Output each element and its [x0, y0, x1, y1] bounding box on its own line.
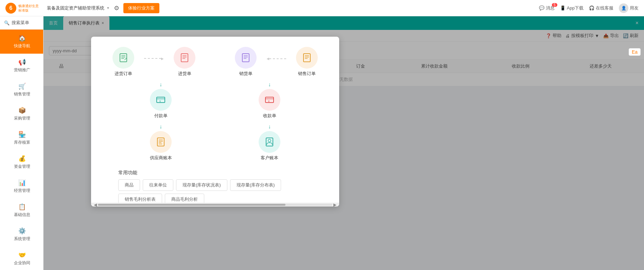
- sidebar-item-finance[interactable]: 💰 资金管理: [0, 150, 43, 174]
- customer-ledger-col: ↓: [251, 122, 288, 161]
- purchase-icon: 📦: [18, 107, 26, 114]
- func-buttons-row1: 商品 往来单位 现存量(库存状况表) 现存量(库存分布表) 销售毛利分析表 商品…: [118, 179, 312, 203]
- circle-payment-bill[interactable]: ￥: [150, 89, 172, 111]
- content-area: 首页 销售订单执行表 × × ❓ 帮助 🖨 按模板打印: [43, 16, 644, 270]
- message-button[interactable]: 💬 消息 5: [539, 5, 555, 11]
- sidebar-item-sales[interactable]: 🛒 销售管理: [0, 78, 43, 102]
- receipt-col: ↓ ￥: [251, 80, 288, 119]
- node-sales-order[interactable]: 销售订单: [288, 47, 326, 77]
- circle-purchase-bill[interactable]: [174, 47, 195, 69]
- circle-sales-order[interactable]: [296, 47, 318, 69]
- dropdown-arrow-icon[interactable]: ▼: [106, 6, 110, 10]
- func-btn-product-profit-analysis[interactable]: 商品毛利分析: [165, 194, 204, 203]
- func-btn-partners[interactable]: 往来单位: [143, 179, 173, 191]
- settings-icon[interactable]: ⚙: [114, 4, 119, 12]
- supplier-ledger-col: ↓: [142, 122, 179, 161]
- svg-rect-22: [157, 138, 164, 146]
- message-badge: 5: [552, 3, 557, 7]
- home-icon: 🏠: [18, 34, 26, 42]
- corner-text: Ea: [629, 48, 641, 56]
- svg-rect-8: [242, 54, 249, 62]
- search-menu-item[interactable]: 🔍 搜索菜单: [0, 16, 43, 30]
- system-icon: ⚙️: [18, 227, 26, 235]
- finance-icon: 💰: [18, 155, 26, 162]
- circle-receipt-bill[interactable]: ￥: [259, 89, 280, 111]
- flow-row-1: 进货订单 ▶: [105, 47, 326, 77]
- marketing-icon: 📢: [18, 58, 26, 66]
- svg-text:￥: ￥: [159, 100, 161, 103]
- inventory-icon: 🏪: [18, 131, 26, 138]
- down-arrow-payment: ↓: [159, 82, 162, 88]
- func-btn-sales-profit-analysis[interactable]: 销售毛利分析表: [118, 194, 162, 203]
- sidebar-item-marketing[interactable]: 📢 营销推广: [0, 54, 43, 78]
- circle-sales-bill[interactable]: [235, 47, 257, 69]
- phone-icon: 📱: [560, 5, 565, 11]
- modal-scrollbar[interactable]: ◀ ▶: [91, 203, 339, 206]
- sidebar-item-operations[interactable]: 📊 经营管理: [0, 174, 43, 198]
- scrollbar-track[interactable]: [98, 204, 332, 206]
- func-btn-stock-status[interactable]: 现存量(库存状况表): [176, 179, 227, 191]
- func-btn-product[interactable]: 商品: [118, 179, 140, 191]
- payment-col: ↓ ￥: [142, 80, 179, 119]
- search-icon: 🔍: [4, 20, 10, 25]
- flow-diagram: 进货订单 ▶: [105, 47, 326, 164]
- svg-text:￥: ￥: [267, 100, 270, 103]
- message-icon: 💬: [539, 5, 544, 11]
- common-functions: 常用功能 商品 往来单位 现存量(库存状况表) 现存量(库存分布表) 销售毛利分…: [105, 164, 326, 203]
- sidebar-item-enterprise[interactable]: 🤝 企业协同: [0, 247, 43, 270]
- flow-row-2: ↓ ￥: [105, 80, 326, 119]
- logo-text: 畅康通好生意 标准版: [18, 4, 39, 13]
- sidebar-item-system[interactable]: ⚙️ 系统管理: [0, 222, 43, 247]
- basic-info-icon: 📋: [18, 203, 26, 211]
- flow-row-3: ↓: [105, 122, 326, 161]
- system-title: 装备及固定资产辅助管理系统 ▼: [47, 5, 110, 11]
- scroll-right-icon[interactable]: ▶: [333, 202, 336, 206]
- arrow-purchase-order-to-purchase-bill: ▶: [142, 57, 166, 60]
- trial-button[interactable]: 体验行业方案: [123, 3, 159, 13]
- svg-rect-4: [181, 54, 188, 62]
- modal-box: 进货订单 ▶: [91, 37, 339, 206]
- sidebar-item-purchase[interactable]: 📦 采购管理: [0, 102, 43, 126]
- circle-supplier-ledger[interactable]: [150, 131, 172, 153]
- scroll-left-icon[interactable]: ◀: [94, 202, 97, 206]
- node-payment-bill[interactable]: ￥ 付款单: [142, 89, 179, 119]
- node-receipt-bill[interactable]: ￥ 收款单: [251, 89, 288, 119]
- svg-rect-0: [120, 54, 127, 62]
- circle-customer-ledger[interactable]: [259, 131, 280, 153]
- logo-icon: 6: [5, 3, 16, 14]
- scrollbar-thumb[interactable]: [98, 204, 285, 206]
- down-arrow-receipt: ↓: [268, 82, 271, 88]
- arrow-sales-order-to-sales-bill: ▶: [264, 57, 288, 60]
- logo: 6 畅康通好生意 标准版: [5, 3, 43, 14]
- top-right-area: 💬 消息 5 📱 App下载 🎧 在线客服 👤 用友: [539, 3, 639, 13]
- node-purchase-order[interactable]: 进货订单: [105, 47, 142, 77]
- sales-icon: 🛒: [18, 83, 26, 90]
- node-purchase-bill[interactable]: 进货单: [166, 47, 203, 77]
- common-title: 常用功能: [118, 170, 312, 176]
- svg-rect-12: [303, 54, 310, 62]
- modal-content: 进货订单 ▶: [91, 37, 339, 203]
- app-download-button[interactable]: 📱 App下载: [560, 5, 584, 11]
- modal-overlay[interactable]: 进货订单 ▶: [43, 16, 644, 270]
- enterprise-icon: 🤝: [18, 251, 26, 259]
- func-btn-stock-dist[interactable]: 现存量(库存分布表): [230, 179, 281, 191]
- down-arrow-customer: ↓: [268, 124, 271, 130]
- user-avatar[interactable]: 👤 用友: [619, 3, 639, 13]
- down-arrow-supplier: ↓: [159, 124, 162, 130]
- circle-purchase-order[interactable]: [112, 47, 134, 69]
- node-sales-bill[interactable]: 销货单: [227, 47, 264, 77]
- avatar: 👤: [619, 3, 628, 13]
- sidebar: 🔍 搜索菜单 🏠 快捷导航 📢 营销推广 🛒 销售管理 📦 采购管理 🏪: [0, 16, 43, 270]
- online-service-button[interactable]: 🎧 在线客服: [589, 5, 613, 11]
- svg-point-28: [268, 139, 271, 142]
- node-supplier-ledger[interactable]: 供应商账本: [142, 131, 179, 161]
- sidebar-item-inventory[interactable]: 🏪 库存核算: [0, 126, 43, 150]
- headset-icon: 🎧: [589, 5, 594, 11]
- sidebar-item-quick-nav[interactable]: 🏠 快捷导航: [0, 30, 43, 54]
- operations-icon: 📊: [18, 179, 26, 186]
- node-customer-ledger[interactable]: 客户账本: [251, 131, 288, 161]
- sidebar-item-basic-info[interactable]: 📋 基础信息: [0, 198, 43, 222]
